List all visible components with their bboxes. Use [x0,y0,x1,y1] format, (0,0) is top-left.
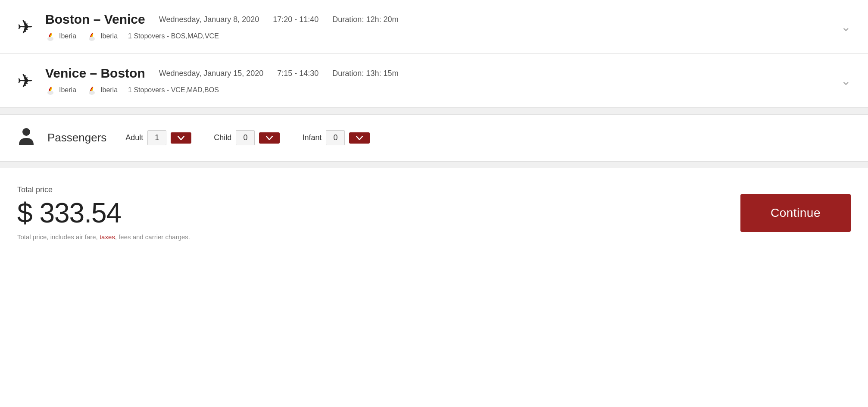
price-note-prefix: Total price, includes air fare, [17,233,100,241]
adult-label: Adult [125,133,143,142]
outbound-time: 17:20 - 11:40 [273,15,318,24]
total-price-label: Total price [17,185,190,194]
person-icon-svg [17,127,35,145]
price-note: Total price, includes air fare, taxes, f… [17,233,190,241]
svg-point-0 [47,37,53,41]
return-expand-chevron[interactable]: ⌄ [841,74,851,88]
outbound-airline-1-name: Iberia [59,32,76,40]
taxes-link[interactable]: taxes [100,233,115,241]
return-time: 7:15 - 14:30 [277,69,318,78]
outbound-airline-2-name: Iberia [100,32,118,40]
price-left: Total price $ 333.54 Total price, includ… [17,185,190,241]
return-flight-info: Venice – Boston Wednesday, January 15, 2… [45,66,851,95]
return-route: Venice – Boston [45,66,145,81]
outbound-duration: Duration: 12h: 20m [332,15,398,24]
infant-label: Infant [302,133,322,142]
outbound-expand-chevron[interactable]: ⌄ [841,20,851,34]
outbound-title-row: Boston – Venice Wednesday, January 8, 20… [45,12,851,27]
plane-icon-outbound: ✈ [17,16,33,38]
total-price-value: $ 333.54 [17,197,190,229]
return-stopovers: 1 Stopovers - VCE,MAD,BOS [128,86,219,94]
child-pax-group: Child 0 [214,130,280,145]
adult-value: 1 [147,130,166,145]
outbound-airline-2: Iberia [87,31,118,41]
continue-button[interactable]: Continue [740,194,851,232]
adult-pax-group: Adult 1 [125,130,191,145]
iberia-logo-2 [87,31,97,41]
adult-chevron-down-icon [178,136,184,140]
return-title-row: Venice – Boston Wednesday, January 15, 2… [45,66,851,81]
return-airline-2-name: Iberia [100,86,118,94]
child-dropdown-button[interactable] [259,132,280,144]
child-chevron-down-icon [266,136,273,140]
outbound-airline-1: Iberia [45,31,76,41]
infant-value: 0 [326,130,345,145]
return-duration: Duration: 13h: 15m [332,69,398,78]
child-value: 0 [236,130,255,145]
outbound-route: Boston – Venice [45,12,145,27]
outbound-date: Wednesday, January 8, 2020 [159,15,259,24]
iberia-logo-3 [45,85,56,95]
outbound-flight-row: ✈ Boston – Venice Wednesday, January 8, … [0,0,868,54]
svg-point-4 [22,128,30,136]
infant-pax-group: Infant 0 [302,130,370,145]
svg-point-3 [89,91,95,95]
plane-icon-return: ✈ [17,70,33,92]
price-section: Total price $ 333.54 Total price, includ… [0,168,868,258]
main-container: ✈ Boston – Venice Wednesday, January 8, … [0,0,868,407]
child-label: Child [214,133,231,142]
outbound-flight-info: Boston – Venice Wednesday, January 8, 20… [45,12,851,41]
iberia-logo-1 [45,31,56,41]
outbound-airline-row: Iberia Iberia 1 Stopovers - BOS,MAD,VCE [45,31,851,41]
infant-chevron-down-icon [356,136,363,140]
passenger-icon [17,127,35,149]
separator-1 [0,108,868,115]
separator-2 [0,161,868,168]
passengers-label: Passengers [47,131,106,144]
svg-point-1 [89,37,95,41]
return-date: Wednesday, January 15, 2020 [159,69,264,78]
price-note-suffix: , fees and carrier charges. [115,233,190,241]
return-airline-1: Iberia [45,85,76,95]
passengers-row: Passengers Adult 1 Child 0 Infant 0 [0,115,868,161]
return-airline-row: Iberia Iberia 1 Stopovers - VCE,MAD,BOS [45,85,851,95]
return-airline-1-name: Iberia [59,86,76,94]
return-flight-row: ✈ Venice – Boston Wednesday, January 15,… [0,54,868,108]
adult-dropdown-button[interactable] [171,132,191,144]
infant-dropdown-button[interactable] [349,132,370,144]
outbound-stopovers: 1 Stopovers - BOS,MAD,VCE [128,32,219,40]
return-airline-2: Iberia [87,85,118,95]
svg-point-2 [47,91,53,95]
iberia-logo-4 [87,85,97,95]
